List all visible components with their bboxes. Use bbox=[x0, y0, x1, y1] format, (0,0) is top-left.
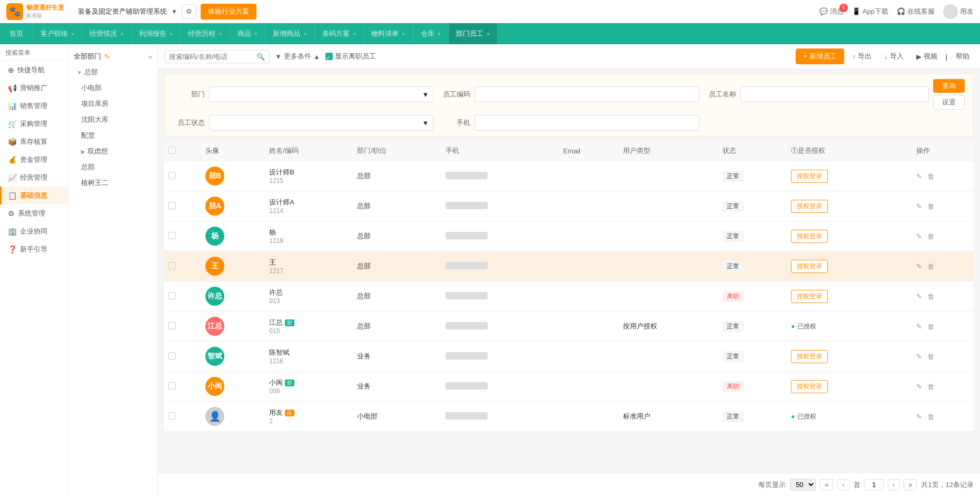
dept-edit-icon[interactable]: ✎ bbox=[104, 53, 110, 61]
edit-icon[interactable]: ✎ bbox=[916, 323, 922, 330]
nav-tab-利润报告[interactable]: 利润报告× bbox=[132, 23, 181, 44]
row-checkbox[interactable] bbox=[169, 202, 176, 209]
sidebar-item-quick-nav[interactable]: ⊕ 快捷导航 bbox=[0, 61, 68, 79]
add-employee-btn[interactable]: + 新增员工 bbox=[796, 48, 844, 64]
nav-tab-客户联络[interactable]: 客户联络× bbox=[33, 23, 82, 44]
dept-item[interactable]: ▼总部 bbox=[68, 64, 157, 80]
nav-tab-close[interactable]: × bbox=[71, 31, 74, 37]
phone-input[interactable] bbox=[474, 115, 699, 131]
auth-btn[interactable]: 授权登录 bbox=[791, 350, 828, 363]
delete-icon[interactable]: 🗑 bbox=[927, 293, 934, 300]
edit-icon[interactable]: ✎ bbox=[916, 353, 922, 361]
auth-btn[interactable]: 授权登录 bbox=[791, 170, 828, 183]
sidebar-item-marketing[interactable]: 📢 营销推广 bbox=[0, 79, 68, 97]
last-page-btn[interactable]: » bbox=[904, 479, 917, 490]
nav-tab-close[interactable]: × bbox=[120, 31, 123, 37]
nav-tab-经营情况[interactable]: 经营情况× bbox=[82, 23, 131, 44]
nav-tab-商品[interactable]: 商品× bbox=[230, 23, 265, 44]
messages-btn[interactable]: 💬 消息 5 bbox=[819, 7, 844, 16]
sidebar-item-inventory[interactable]: 📦 库存核算 bbox=[0, 133, 68, 151]
nav-tab-close[interactable]: × bbox=[402, 31, 405, 37]
row-checkbox[interactable] bbox=[169, 172, 176, 179]
delete-icon[interactable]: 🗑 bbox=[927, 172, 934, 180]
view-btn[interactable]: ▶ 视频 bbox=[912, 50, 942, 63]
nav-tab-close[interactable]: × bbox=[170, 31, 173, 37]
edit-icon[interactable]: ✎ bbox=[916, 262, 922, 270]
delete-icon[interactable]: 🗑 bbox=[927, 353, 934, 361]
sidebar-item-basic[interactable]: 📋 基础信息 bbox=[0, 187, 68, 205]
nav-tab-经营历程[interactable]: 经营历程× bbox=[181, 23, 230, 44]
next-page-btn[interactable]: › bbox=[888, 479, 899, 490]
emp-status-select[interactable]: ▼ bbox=[209, 115, 433, 131]
export-btn[interactable]: ↑ 导出 bbox=[848, 50, 876, 63]
sidebar-item-guide[interactable]: ❓ 新手引导 bbox=[0, 240, 68, 258]
row-checkbox[interactable] bbox=[169, 292, 176, 299]
nav-tab-首页[interactable]: 首页 bbox=[0, 23, 33, 44]
dept-item[interactable]: 配货 bbox=[68, 128, 157, 143]
show-resigned-checkbox[interactable]: ✓ bbox=[325, 53, 333, 60]
edit-icon[interactable]: ✎ bbox=[916, 232, 922, 240]
row-checkbox[interactable] bbox=[169, 352, 176, 359]
sidebar-item-system[interactable]: ⚙ 系统管理 bbox=[0, 205, 68, 222]
page-number-input[interactable] bbox=[865, 479, 884, 490]
delete-icon[interactable]: 🗑 bbox=[927, 323, 934, 330]
nav-tab-部门员工[interactable]: 部门员工× bbox=[449, 23, 498, 44]
sidebar-item-capital[interactable]: 💰 资金管理 bbox=[0, 151, 68, 169]
edit-icon[interactable]: ✎ bbox=[916, 383, 922, 391]
row-checkbox[interactable] bbox=[169, 232, 176, 239]
emp-name-input[interactable] bbox=[740, 86, 929, 102]
delete-icon[interactable]: 🗑 bbox=[927, 383, 934, 391]
dept-item[interactable]: 沈阳大库 bbox=[68, 112, 157, 128]
edit-icon[interactable]: ✎ bbox=[916, 172, 922, 180]
dept-item[interactable]: 项目库房 bbox=[68, 96, 157, 112]
delete-icon[interactable]: 🗑 bbox=[927, 232, 934, 240]
dept-collapse-btn[interactable]: « bbox=[149, 53, 152, 61]
auth-btn[interactable]: 授权登录 bbox=[791, 230, 828, 243]
sidebar-search-input[interactable] bbox=[5, 49, 68, 56]
more-filter-btn[interactable]: ▼ 更多条件 ▲ bbox=[275, 52, 320, 61]
auth-btn[interactable]: 授权登录 bbox=[791, 290, 828, 303]
nav-tab-仓库[interactable]: 仓库× bbox=[413, 23, 449, 44]
nav-tab-新增商品[interactable]: 新增商品× bbox=[265, 23, 314, 44]
trial-btn[interactable]: 体验行业方案 bbox=[201, 4, 256, 20]
sidebar-item-sales[interactable]: 📊 销售管理 bbox=[0, 97, 68, 115]
per-page-select[interactable]: 50 bbox=[790, 479, 816, 491]
first-page-btn[interactable]: « bbox=[820, 479, 833, 490]
nav-tab-close[interactable]: × bbox=[353, 31, 356, 37]
query-btn[interactable]: 查询 bbox=[933, 79, 965, 93]
row-checkbox[interactable] bbox=[169, 322, 176, 329]
dept-filter-select[interactable]: ▼ bbox=[209, 86, 433, 102]
prev-page-btn[interactable]: ‹ bbox=[837, 479, 849, 490]
dept-item[interactable]: 总部 bbox=[68, 159, 157, 175]
dept-item[interactable]: 小电部 bbox=[68, 80, 157, 96]
sidebar-item-corp[interactable]: 🏢 企业协同 bbox=[0, 222, 68, 240]
import-btn[interactable]: ↓ 导入 bbox=[880, 50, 908, 63]
delete-icon[interactable]: 🗑 bbox=[927, 262, 934, 270]
sidebar-item-purchase[interactable]: 🛒 采购管理 bbox=[0, 115, 68, 133]
auth-btn[interactable]: 授权登录 bbox=[791, 380, 828, 393]
nav-tab-close[interactable]: × bbox=[303, 31, 306, 37]
emp-code-input[interactable] bbox=[474, 86, 699, 102]
dept-item[interactable]: 植树王二 bbox=[68, 175, 157, 191]
gear-btn[interactable]: ⚙ bbox=[182, 4, 196, 19]
edit-icon[interactable]: ✎ bbox=[916, 413, 922, 421]
nav-tab-close[interactable]: × bbox=[254, 31, 258, 37]
show-resigned-toggle[interactable]: ✓ 显示离职员工 bbox=[325, 52, 376, 61]
edit-icon[interactable]: ✎ bbox=[916, 293, 922, 300]
row-checkbox[interactable] bbox=[169, 262, 176, 269]
nav-tab-close[interactable]: × bbox=[487, 31, 490, 37]
row-checkbox[interactable] bbox=[169, 382, 176, 390]
user-area[interactable]: 用友 bbox=[943, 4, 974, 19]
set-btn[interactable]: 设置 bbox=[933, 95, 965, 110]
search-input[interactable] bbox=[169, 53, 253, 61]
online-service-btn[interactable]: 🎧 在线客服 bbox=[897, 7, 935, 16]
dept-item[interactable]: ▶双虑想 bbox=[68, 143, 157, 159]
nav-tab-条码方案[interactable]: 条码方案× bbox=[315, 23, 364, 44]
sidebar-item-operations[interactable]: 📈 经营管理 bbox=[0, 169, 68, 187]
delete-icon[interactable]: 🗑 bbox=[927, 202, 934, 210]
system-select-btn[interactable]: ▼ bbox=[171, 8, 177, 15]
nav-tab-close[interactable]: × bbox=[438, 31, 441, 37]
help-btn[interactable]: 帮助 bbox=[952, 50, 974, 63]
row-checkbox[interactable] bbox=[169, 412, 176, 420]
delete-icon[interactable]: 🗑 bbox=[927, 413, 934, 421]
